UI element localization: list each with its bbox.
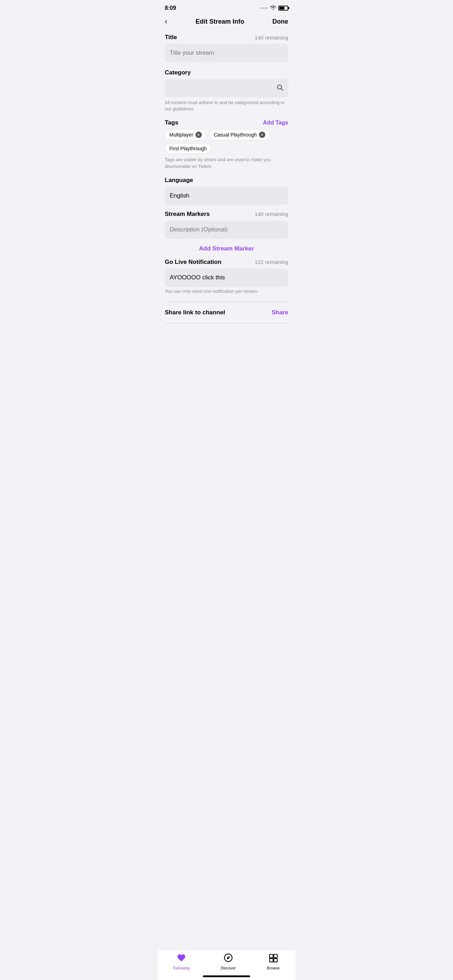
markers-remaining: 140 remaining [255, 211, 288, 217]
signal-icon [260, 7, 268, 9]
add-tags-button[interactable]: Add Tags [263, 119, 288, 126]
done-button[interactable]: Done [272, 18, 288, 25]
title-remaining: 140 remaining [255, 35, 288, 41]
stream-markers-section: Stream Markers 140 remaining Add Stream … [165, 211, 288, 257]
language-selector[interactable]: English [165, 187, 288, 205]
tag-name: Casual Playthrough [214, 132, 257, 138]
tags-helper: Tags are visible by others and are used … [165, 157, 288, 169]
page-title: Edit Stream Info [196, 18, 244, 25]
category-section-header: Category [165, 69, 288, 76]
golive-helper: You can only send one notification per s… [165, 288, 288, 294]
tags-list: Multiplayer ✕ Casual Playthrough ✕ First… [165, 129, 288, 154]
status-icons [260, 5, 288, 11]
golive-input[interactable] [165, 269, 288, 287]
category-helper: All content must adhere to and be catego… [165, 99, 288, 112]
category-input-wrapper [165, 79, 288, 97]
wifi-icon [270, 5, 276, 11]
tag-chip-multiplayer: Multiplayer ✕ [165, 129, 207, 140]
share-divider-bottom [165, 323, 288, 323]
status-bar: 8:09 [158, 0, 295, 14]
share-button[interactable]: Share [272, 309, 288, 316]
markers-label: Stream Markers [165, 211, 210, 218]
battery-icon [278, 6, 288, 11]
category-label: Category [165, 69, 191, 76]
status-time: 8:09 [165, 5, 176, 11]
add-marker-button[interactable]: Add Stream Marker [165, 240, 288, 257]
nav-bar: ‹ Edit Stream Info Done [158, 14, 295, 30]
content-area: Title 140 remaining Category All content… [158, 30, 295, 360]
category-input[interactable] [165, 79, 288, 97]
title-label: Title [165, 34, 177, 41]
share-section: Share link to channel Share [165, 303, 288, 322]
search-icon [276, 84, 283, 93]
share-label: Share link to channel [165, 309, 225, 316]
title-section-header: Title 140 remaining [165, 34, 288, 41]
language-label: Language [165, 177, 193, 184]
tags-section: Tags Add Tags Multiplayer ✕ Casual Playt… [165, 119, 288, 169]
golive-label: Go Live Notification [165, 259, 222, 266]
tag-chip-first: First Playthrough [165, 143, 211, 154]
tag-chip-casual: Casual Playthrough ✕ [209, 129, 270, 140]
tags-header: Tags Add Tags [165, 119, 288, 126]
golive-header: Go Live Notification 122 remaining [165, 259, 288, 266]
share-divider [165, 302, 288, 302]
tags-label: Tags [165, 119, 178, 126]
title-input[interactable] [165, 44, 288, 62]
language-section: Language English [165, 177, 288, 205]
tag-name: Multiplayer [169, 132, 193, 138]
golive-section: Go Live Notification 122 remaining You c… [165, 259, 288, 294]
markers-input[interactable] [165, 221, 288, 239]
svg-line-1 [281, 89, 283, 90]
tag-remove-multiplayer[interactable]: ✕ [196, 132, 202, 138]
golive-remaining: 122 remaining [255, 259, 288, 265]
tag-name: First Playthrough [169, 146, 207, 151]
tag-remove-casual[interactable]: ✕ [259, 132, 265, 138]
back-button[interactable]: ‹ [165, 17, 167, 26]
markers-header: Stream Markers 140 remaining [165, 211, 288, 218]
language-header: Language [165, 177, 288, 184]
